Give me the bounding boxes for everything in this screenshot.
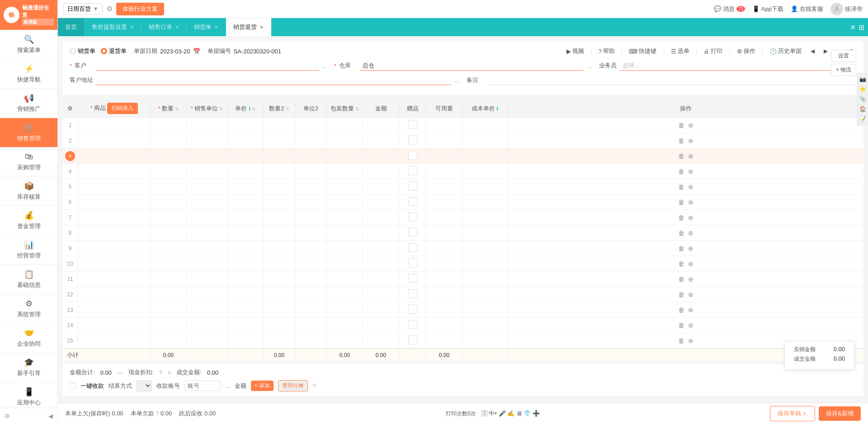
sidebar-item-marketing[interactable]: 📢 营销推广 xyxy=(0,89,57,118)
gift-checkbox-14[interactable] xyxy=(408,320,417,329)
sidebar-item-quick[interactable]: ⚡ 快捷导航 xyxy=(0,59,57,89)
sidebar-item-search[interactable]: 🔍 搜索菜单 xyxy=(0,30,57,59)
copy-row-8-icon[interactable]: ⊕ xyxy=(688,229,693,237)
sidebar-item-guide[interactable]: 🎓 新手引导 xyxy=(0,353,57,382)
gift-checkbox-2[interactable] xyxy=(408,135,417,144)
form-setting-btn[interactable]: 设置 xyxy=(831,50,856,62)
gift-checkbox-12[interactable] xyxy=(408,289,417,298)
delete-row-2-icon[interactable]: 🗑 xyxy=(678,137,684,144)
radio-sales[interactable]: 销货单 xyxy=(70,47,95,55)
sidebar-item-system[interactable]: ⚙ 系统管理 xyxy=(0,294,57,324)
delete-row-4-icon[interactable]: 🗑 xyxy=(678,168,684,175)
gift-checkbox-1[interactable] xyxy=(408,120,417,129)
gift-checkbox-4[interactable] xyxy=(408,166,417,175)
delete-row-12-icon[interactable]: 🗑 xyxy=(678,291,684,298)
camera-icon[interactable]: 📷 xyxy=(859,76,866,82)
qty2-sort-icon[interactable]: ⇅ xyxy=(286,106,289,111)
price-sort-icon[interactable]: ⇅ xyxy=(252,106,255,111)
app-download-btn[interactable]: 📱 App下载 xyxy=(752,5,783,13)
discount-info-icon[interactable]: ? xyxy=(159,369,162,376)
select-order-btn[interactable]: ☰ 选单 xyxy=(668,46,692,56)
account-input[interactable] xyxy=(184,381,221,391)
tab-sales[interactable]: 销货单 ✕ xyxy=(187,18,226,36)
copy-row-5-icon[interactable]: ⊕ xyxy=(688,183,693,191)
add-row-btn[interactable]: + xyxy=(65,151,75,161)
close-price-tab[interactable]: ✕ xyxy=(130,24,134,30)
delete-row-11-icon[interactable]: 🗑 xyxy=(678,276,684,283)
sidebar-item-purchase[interactable]: 🛍 采购管理 xyxy=(0,148,57,176)
tab-price-extract[interactable]: 售价提取设置 ✕ xyxy=(85,18,142,36)
save-draft-btn[interactable]: 保存草稿 ∧ xyxy=(770,406,816,421)
copy-row-12-icon[interactable]: ⊕ xyxy=(688,291,693,298)
tab-sales-return[interactable]: 销货退货 ✕ xyxy=(226,18,271,36)
tab-sales-order[interactable]: 销售订单 ✕ xyxy=(142,18,187,36)
close-all-tabs[interactable]: ✕ xyxy=(850,23,856,32)
message-btn[interactable]: 💬 消息 70 xyxy=(714,5,745,13)
save-draft-dropdown-icon[interactable]: ∧ xyxy=(802,410,807,417)
quantity-sort-icon[interactable]: ⇅ xyxy=(175,106,179,111)
copy-row-9-icon[interactable]: ⊕ xyxy=(688,245,693,252)
delete-row-7-icon[interactable]: 🗑 xyxy=(678,214,684,221)
remark-input[interactable] xyxy=(487,75,856,85)
sidebar-item-sales[interactable]: 🛒 销售管理 xyxy=(0,118,57,148)
next-record-btn[interactable]: ▶ xyxy=(821,47,830,55)
copy-row-1-icon[interactable]: ⊕ xyxy=(688,122,693,129)
calendar-icon[interactable]: 📅 xyxy=(193,48,200,55)
delete-row-10-icon[interactable]: 🗑 xyxy=(678,260,684,267)
delete-row-3-icon[interactable]: 🗑 xyxy=(678,152,684,160)
delete-row-8-icon[interactable]: 🗑 xyxy=(678,229,684,237)
cost-price-info-icon[interactable]: ℹ xyxy=(496,106,498,111)
goods-input-3[interactable] xyxy=(81,152,147,159)
address-input[interactable] xyxy=(96,75,452,85)
settings-gear-icon[interactable]: ⚙ xyxy=(106,5,113,13)
online-service-btn[interactable]: 👤 在线客服 xyxy=(791,5,823,13)
save-new-btn[interactable]: 保存&新增 xyxy=(819,406,861,421)
close-sales-order-tab[interactable]: ✕ xyxy=(175,24,179,30)
calc-method-select[interactable] xyxy=(137,380,152,391)
copy-row-10-icon[interactable]: ⊕ xyxy=(688,260,693,267)
copy-row-6-icon[interactable]: ⊕ xyxy=(688,199,693,206)
warehouse-input[interactable] xyxy=(360,61,584,71)
history-btn[interactable]: 🕐 历史单据 xyxy=(767,46,804,56)
copy-row-13-icon[interactable]: ⊕ xyxy=(688,306,693,314)
warehouse-picker[interactable]: ... xyxy=(587,62,592,69)
tab-home[interactable]: 首页 xyxy=(58,18,85,36)
sidebar-item-inventory[interactable]: 📦 库存核算 xyxy=(0,176,57,206)
sidebar-item-enterprise[interactable]: 🤝 企业协同 xyxy=(0,324,57,353)
video-btn[interactable]: ▶ 视频 xyxy=(564,46,587,56)
gift-checkbox-10[interactable] xyxy=(408,258,417,267)
unit-price-info-icon[interactable]: ℹ xyxy=(249,106,250,111)
delete-row-14-icon[interactable]: 🗑 xyxy=(678,322,684,329)
delete-row-6-icon[interactable]: 🗑 xyxy=(678,199,684,206)
debit-info-icon[interactable]: ? xyxy=(156,410,159,417)
customer-input[interactable] xyxy=(95,61,319,71)
scan-input-btn[interactable]: 扫码录入 xyxy=(107,103,138,114)
operate-btn[interactable]: ⚙ 操作 xyxy=(734,46,758,56)
sidebar-item-basic[interactable]: 📋 基础信息 xyxy=(0,265,57,294)
delete-row-9-icon[interactable]: 🗑 xyxy=(678,245,684,252)
sidebar-item-operation[interactable]: 📊 经营管理 xyxy=(0,235,57,265)
sidebar-item-finance[interactable]: 💰 资金管理 xyxy=(0,206,57,235)
gift-checkbox-7[interactable] xyxy=(408,212,417,221)
gift-checkbox-15[interactable] xyxy=(408,335,417,344)
copy-row-15-icon[interactable]: ⊕ xyxy=(688,337,693,344)
help-btn[interactable]: ? 帮助 xyxy=(596,46,618,56)
copy-row-11-icon[interactable]: ⊕ xyxy=(688,276,693,283)
gift-checkbox-8[interactable] xyxy=(408,228,417,237)
gift-checkbox-5[interactable] xyxy=(408,181,417,191)
copy-row-14-icon[interactable]: ⊕ xyxy=(688,322,693,329)
fee-help-icon[interactable]: ? xyxy=(312,382,316,389)
fee-split-btn[interactable]: 费用分摊 xyxy=(278,380,308,391)
collapse-icon[interactable]: ◀ xyxy=(48,413,53,419)
settings-icon[interactable]: ⚙ xyxy=(5,413,10,419)
address-picker[interactable]: ... xyxy=(454,77,459,84)
star-icon[interactable]: ⭐ xyxy=(859,86,866,92)
industry-selector[interactable]: 日用百货 ▼ xyxy=(63,3,103,15)
copy-row-2-icon[interactable]: ⊕ xyxy=(688,137,693,144)
copy-row-7-icon[interactable]: ⊕ xyxy=(688,214,693,221)
prev-record-btn[interactable]: ◀ xyxy=(808,47,817,55)
customer-picker[interactable]: ... xyxy=(322,62,327,69)
th-setting[interactable]: ⚙ xyxy=(62,100,78,118)
logistics-btn[interactable]: + 物流 xyxy=(831,64,856,76)
account-picker[interactable]: ... xyxy=(225,382,230,389)
